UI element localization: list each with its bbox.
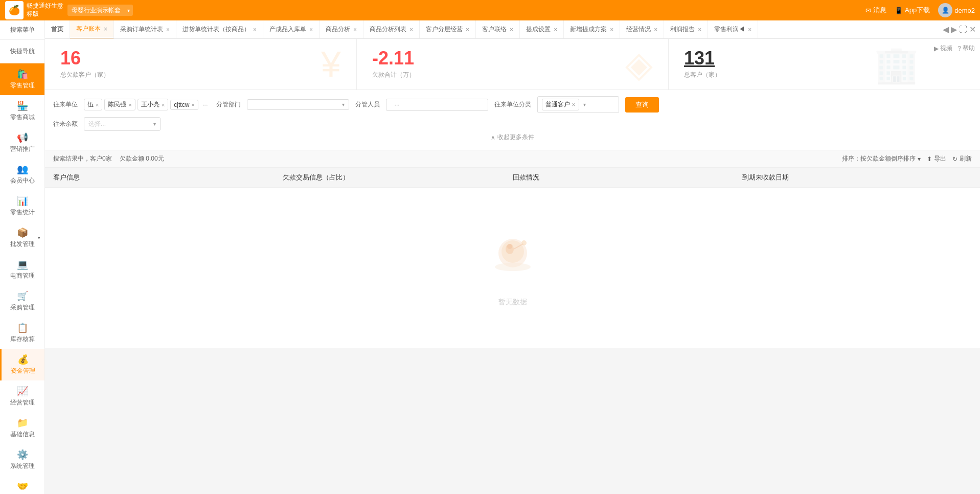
tab-stock-stat-close[interactable]: ×: [253, 26, 257, 33]
sidebar-item-retail-stat[interactable]: 📊 零售统计: [0, 190, 44, 222]
sidebar-item-label: 批发管理: [10, 240, 35, 249]
help-link[interactable]: ? 帮助: [958, 44, 975, 53]
company-tag-3: cjttcw ×: [170, 100, 198, 110]
stat-total-bg-icon: 🏢: [874, 43, 919, 85]
purchase-icon: 🛒: [17, 290, 28, 302]
company-tag-1: 陈民强 ×: [104, 99, 135, 110]
tab-product-stock-label: 产成品入库单: [269, 25, 306, 34]
company-tag-3-close[interactable]: ×: [191, 102, 194, 108]
refresh-btn[interactable]: ↻ 刷新: [952, 154, 972, 163]
category-tag-close[interactable]: ×: [572, 101, 576, 108]
tab-close-all[interactable]: ✕: [969, 25, 976, 34]
sidebar-quick-nav[interactable]: 快捷导航: [0, 40, 44, 63]
tab-customer-layer-close[interactable]: ×: [466, 26, 469, 33]
tab-promo-setting-close[interactable]: ×: [554, 26, 557, 33]
tab-scroll-left[interactable]: ◀: [943, 25, 949, 34]
retail-mgmt-icon: 🛍️: [17, 69, 28, 80]
tab-purchase-order-close[interactable]: ×: [166, 26, 170, 33]
tab-goods-list[interactable]: 商品分析列表 ×: [363, 20, 420, 39]
sidebar-item-finance[interactable]: 💰 资金管理: [0, 349, 44, 380]
company-tag-1-close[interactable]: ×: [128, 102, 131, 108]
app-download-btn[interactable]: 📱 App下载: [895, 6, 930, 15]
tab-retail-profit[interactable]: 零售利润◀ ×: [708, 20, 758, 39]
tab-purchase-order[interactable]: 采购订单统计表 ×: [114, 20, 176, 39]
company-tag-2-close[interactable]: ×: [162, 102, 165, 108]
sort-arrow-icon: ▾: [918, 155, 921, 163]
filter-row-1: 往来单位 伍 × 陈民强 × 王小亮 ×: [53, 96, 972, 113]
tab-customer-account-close[interactable]: ×: [104, 26, 107, 33]
sidebar-item-purchase[interactable]: 🛒 采购管理: [0, 285, 44, 317]
stat-customers-info: 16 总欠款客户（家）: [60, 49, 109, 79]
message-btn[interactable]: ✉ 消息: [865, 6, 886, 15]
basic-icon: 📁: [17, 417, 28, 429]
sidebar-item-marketing[interactable]: 📢 营销推广: [0, 127, 44, 159]
tab-customer-account[interactable]: 客户账本 ×: [70, 20, 114, 39]
export-btn[interactable]: ⬆ 导出: [927, 154, 946, 163]
top-bar: 🍊 畅捷通好生意 标版 母婴行业演示帐套 ✉ 消息 📱 App下载 👤 demo…: [0, 0, 980, 20]
person-dots[interactable]: ···: [393, 101, 402, 108]
tab-goods-analysis[interactable]: 商品分析 ×: [320, 20, 363, 39]
tab-ops-status[interactable]: 经营情况 ×: [620, 20, 664, 39]
tab-stock-stat[interactable]: 进货单统计表（按商品） ×: [176, 20, 263, 39]
sidebar-item-wholesale[interactable]: 📦 批发管理: [0, 222, 44, 254]
ops-icon: 📈: [17, 386, 28, 397]
phone-icon: 📱: [895, 7, 903, 14]
company-tag-0: 伍 ×: [84, 99, 102, 110]
tab-customer-layer[interactable]: 客户分层经营 ×: [420, 20, 476, 39]
company-tag-0-close[interactable]: ×: [96, 102, 99, 108]
empty-text: 暂无数据: [498, 298, 527, 307]
quick-nav-label[interactable]: 快捷导航: [0, 43, 44, 60]
tab-retail-profit-close[interactable]: ×: [748, 26, 751, 33]
sort-select[interactable]: 排序：按欠款金额倒序排序 ▾: [842, 154, 921, 163]
sidebar-item-basic[interactable]: 📁 基础信息: [0, 412, 44, 444]
tab-goods-list-close[interactable]: ×: [409, 26, 413, 33]
stat-customers-bg-icon: ¥: [321, 44, 341, 85]
video-link[interactable]: ▶ 视频: [934, 44, 952, 53]
user-avatar[interactable]: 👤 demo2: [938, 3, 975, 17]
tab-product-stock[interactable]: 产成品入库单 ×: [263, 20, 320, 39]
tab-profit-report[interactable]: 利润报告 ×: [664, 20, 708, 39]
sidebar-item-retail-mall[interactable]: 🏪 零售商城: [0, 95, 44, 127]
tab-promo-setting[interactable]: 提成设置 ×: [520, 20, 564, 39]
sidebar-item-label: 资金管理: [11, 367, 35, 375]
stat-debt-info: -2.11 欠款合计（万）: [372, 49, 415, 79]
sidebar-item-enterprise[interactable]: 🤝 企业协同: [0, 476, 44, 494]
tab-new-promo[interactable]: 新增提成方案 ×: [564, 20, 620, 39]
sidebar-item-ops[interactable]: 📈 经营管理: [0, 380, 44, 412]
sidebar-search[interactable]: 搜索菜单: [0, 20, 44, 40]
category-select[interactable]: 普通客户 × ▾: [537, 96, 619, 113]
stat-card-debt: ◈ -2.11 欠款合计（万）: [357, 39, 669, 89]
more-tags-btn[interactable]: ···: [200, 101, 210, 108]
tab-ops-status-close[interactable]: ×: [654, 26, 657, 33]
sidebar-item-inventory[interactable]: 📋 库存核算: [0, 317, 44, 349]
sidebar-item-system[interactable]: ⚙️ 系统管理: [0, 444, 44, 476]
tab-product-stock-close[interactable]: ×: [309, 26, 313, 33]
sidebar-item-ecom[interactable]: 💻 电商管理: [0, 254, 44, 285]
balance-select[interactable]: 选择... ▾: [84, 117, 161, 131]
sidebar-item-label: 零售商城: [10, 113, 35, 122]
tab-goods-analysis-close[interactable]: ×: [353, 26, 357, 33]
dept-select[interactable]: ▾: [247, 99, 349, 110]
store-selector-wrap[interactable]: 母婴行业演示帐套: [67, 5, 133, 16]
sidebar-item-retail-mgmt[interactable]: 🛍️ 零售管理: [0, 63, 44, 95]
store-selector[interactable]: 母婴行业演示帐套: [67, 5, 133, 16]
collapse-btn[interactable]: ∧ 收起更多条件: [491, 131, 534, 144]
stat-total-info: 131 总客户（家）: [684, 49, 721, 79]
tab-customer-layer-label: 客户分层经营: [426, 25, 463, 34]
tab-home[interactable]: 首页: [45, 20, 70, 39]
ecom-icon: 💻: [17, 259, 28, 270]
tab-stock-stat-label: 进货单统计表（按商品）: [183, 25, 250, 34]
search-menu-label[interactable]: 搜索菜单: [10, 26, 35, 33]
tab-scroll-right[interactable]: ▶: [951, 25, 957, 34]
tab-customer-contact[interactable]: 客户联络 ×: [476, 20, 520, 39]
query-button[interactable]: 查询: [625, 97, 659, 113]
table-header: 客户信息 欠款交易信息（占比） 回款情况 到期未收款日期: [45, 168, 980, 188]
tab-customer-contact-close[interactable]: ×: [510, 26, 513, 33]
logo-text: 畅捷通好生意 标版: [27, 2, 63, 18]
category-dropdown-icon: ▾: [583, 102, 586, 107]
sidebar-item-member[interactable]: 👥 会员中心: [0, 159, 44, 190]
tab-profit-report-close[interactable]: ×: [698, 26, 701, 33]
tab-new-promo-close[interactable]: ×: [610, 26, 613, 33]
person-select[interactable]: ···: [386, 99, 488, 111]
tab-expand[interactable]: ⛶: [959, 25, 967, 34]
